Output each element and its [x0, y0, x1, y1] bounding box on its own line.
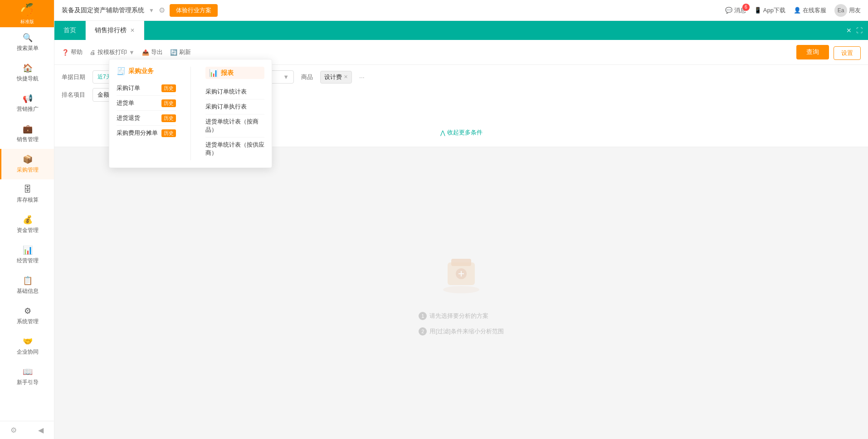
inventory-icon: 🗄 — [24, 185, 32, 194]
search-icon: 🔍 — [23, 33, 33, 43]
help-btn[interactable]: ❓ 帮助 — [62, 48, 83, 56]
sidebar-item-enterprise[interactable]: 🤝 企业协同 — [0, 331, 54, 361]
sidebar-collapse-btn[interactable]: ◀ — [38, 426, 44, 434]
purchase-expense-badge: 历史 — [161, 129, 176, 137]
purchase-order-item[interactable]: 采购订单 历史 — [117, 81, 176, 96]
goods-label: 商品 — [301, 73, 313, 81]
system-dropdown-arrow[interactable]: ▼ — [149, 7, 154, 14]
system-icon: ⚙ — [24, 306, 31, 316]
print-btn[interactable]: 🖨 按模板打印 ▼ — [90, 48, 135, 56]
svg-rect-2 — [451, 259, 471, 266]
top-bar-right: 💬 消息 6 📱 App下载 👤 在线客服 Ea 用友 — [725, 4, 861, 17]
sidebar-item-quick-nav[interactable]: 🏠 快捷导航 — [0, 58, 54, 88]
purchase-order-stat-item[interactable]: 采购订单统计表 — [205, 84, 265, 99]
svg-point-0 — [443, 286, 479, 293]
tab-home[interactable]: 首页 — [54, 21, 86, 40]
stock-in-stat-supplier-item[interactable]: 进货单统计表（按供应商） — [205, 138, 265, 160]
enterprise-icon: 🤝 — [23, 336, 33, 346]
tab-actions: ✕ ⛶ — [846, 27, 868, 34]
purchase-col: 🧾 采购业务 采购订单 历史 进货单 历史 进货退货 历史 — [117, 67, 176, 160]
logo-label: 标准版 — [20, 19, 34, 25]
set-button[interactable]: 设置 — [834, 46, 861, 60]
sidebar-item-finance[interactable]: 💰 资金管理 — [0, 209, 54, 240]
hint-num-1: 1 — [419, 312, 427, 320]
purchase-dropdown-menu: 🧾 采购业务 采购订单 历史 进货单 历史 进货退货 历史 — [109, 59, 272, 168]
goods-more-btn[interactable]: ··· — [359, 74, 365, 81]
filter-collapse-btn[interactable]: ⋀ 收起更多条件 — [440, 128, 483, 137]
sidebar-logo: 🍊 标准版 — [0, 0, 54, 27]
online-service-btn[interactable]: 👤 在线客服 — [794, 6, 826, 15]
stock-in-badge: 历史 — [161, 99, 176, 107]
marketing-icon: 📢 — [23, 94, 33, 104]
purchase-expense-item[interactable]: 采购费用分摊单 历史 — [117, 126, 176, 140]
purchase-col-title: 🧾 采购业务 — [117, 67, 176, 75]
purchase-icon: 📦 — [23, 154, 33, 164]
collapse-arrow-icon: ⋀ — [440, 129, 445, 136]
goods-tag-close[interactable]: ✕ — [344, 74, 348, 80]
stock-in-item[interactable]: 进货单 历史 — [117, 96, 176, 111]
sidebar-item-purchase[interactable]: 📦 采购管理 — [0, 149, 54, 179]
message-btn[interactable]: 💬 消息 6 — [725, 6, 746, 15]
help-icon: ❓ — [62, 49, 69, 56]
app-icon: 📱 — [754, 7, 761, 14]
tab-sales-ranking[interactable]: 销售排行榜 ✕ — [86, 21, 144, 40]
bill-status-arrow: ▼ — [283, 74, 289, 80]
system-title: 装备及固定资产辅助管理系统 — [62, 6, 144, 15]
report-col-title: 📊 报表 — [205, 67, 265, 79]
ranking-label: 排名项目 — [62, 91, 85, 99]
export-icon: 📤 — [142, 49, 149, 56]
home-icon: 🏠 — [23, 63, 33, 73]
export-btn[interactable]: 📤 导出 — [142, 48, 163, 56]
sidebar-item-guide[interactable]: 📖 新手引导 — [0, 361, 54, 392]
sidebar: 🍊 标准版 🔍 搜索菜单 🏠 快捷导航 📢 营销推广 💼 销售管理 📦 — [0, 0, 54, 439]
empty-state: 1 请先选择要分析的方案 2 用[过滤]条件来缩小分析范围 — [54, 147, 868, 439]
sidebar-item-base-info[interactable]: 📋 基础信息 — [0, 270, 54, 301]
report-col-icon: 📊 — [209, 69, 218, 77]
message-icon: 💬 — [725, 7, 732, 14]
empty-hint-2: 2 用[过滤]条件来缩小分析范围 — [419, 326, 503, 337]
user-menu[interactable]: Ea 用友 — [834, 4, 861, 17]
service-icon: 👤 — [794, 7, 801, 14]
industry-btn[interactable]: 体验行业方案 — [170, 4, 218, 17]
purchase-col-icon: 🧾 — [117, 67, 126, 75]
hint-num-2: 2 — [419, 327, 427, 335]
refresh-btn[interactable]: 🔄 刷新 — [170, 48, 191, 56]
tab-close-window-icon[interactable]: ✕ — [846, 27, 852, 34]
refresh-icon: 🔄 — [170, 49, 177, 56]
operation-icon: 📊 — [23, 245, 33, 255]
sidebar-item-operation[interactable]: 📊 经营管理 — [0, 240, 54, 270]
stock-in-stat-goods-item[interactable]: 进货单统计表（按商品） — [205, 114, 265, 138]
top-bar: 装备及固定资产辅助管理系统 ▼ ⚙ 体验行业方案 💬 消息 6 📱 App下载 … — [54, 0, 868, 21]
sidebar-bottom: ⚙ ◀ — [0, 421, 54, 439]
sidebar-item-sales[interactable]: 💼 销售管理 — [0, 118, 54, 149]
sidebar-settings-btn[interactable]: ⚙ — [10, 426, 17, 434]
empty-hint-1: 1 请先选择要分析的方案 — [419, 310, 488, 322]
sales-icon: 💼 — [23, 124, 33, 134]
query-button[interactable]: 查询 — [796, 45, 829, 59]
stock-return-item[interactable]: 进货退货 历史 — [117, 111, 176, 126]
top-bar-settings-icon[interactable]: ⚙ — [159, 6, 165, 15]
tab-fullscreen-icon[interactable]: ⛶ — [856, 27, 863, 34]
toolbar-left: ❓ 帮助 🖨 按模板打印 ▼ 📤 导出 🔄 刷新 — [62, 48, 191, 56]
base-info-icon: 📋 — [23, 276, 33, 286]
empty-icon — [434, 249, 488, 303]
app-download-btn[interactable]: 📱 App下载 — [754, 6, 785, 15]
content-area: ❓ 帮助 🖨 按模板打印 ▼ 📤 导出 🔄 刷新 — [54, 40, 868, 439]
tab-close-icon[interactable]: ✕ — [130, 27, 135, 34]
dropdown-divider — [190, 67, 191, 160]
finance-icon: 💰 — [23, 215, 33, 225]
sidebar-item-system[interactable]: ⚙ 系统管理 — [0, 301, 54, 331]
top-bar-left: 装备及固定资产辅助管理系统 ▼ ⚙ 体验行业方案 — [62, 4, 218, 17]
guide-icon: 📖 — [23, 367, 33, 377]
goods-tag[interactable]: 设计费 ✕ — [320, 71, 352, 84]
purchase-order-exec-item[interactable]: 采购订单执行表 — [205, 99, 265, 114]
sidebar-item-search[interactable]: 🔍 搜索菜单 — [0, 27, 54, 58]
toolbar-right: 查询 设置 — [796, 44, 861, 60]
sidebar-item-marketing[interactable]: 📢 营销推广 — [0, 88, 54, 118]
tab-bar: 首页 销售排行榜 ✕ ✕ ⛶ — [54, 21, 868, 40]
report-col: 📊 报表 采购订单统计表 采购订单执行表 进货单统计表（按商品） 进货单统计表（… — [205, 67, 265, 160]
sidebar-item-inventory[interactable]: 🗄 库存核算 — [0, 179, 54, 209]
notification-badge: 6 — [742, 4, 750, 11]
logo-icon: 🍊 — [19, 3, 35, 18]
purchase-order-badge: 历史 — [161, 84, 176, 92]
